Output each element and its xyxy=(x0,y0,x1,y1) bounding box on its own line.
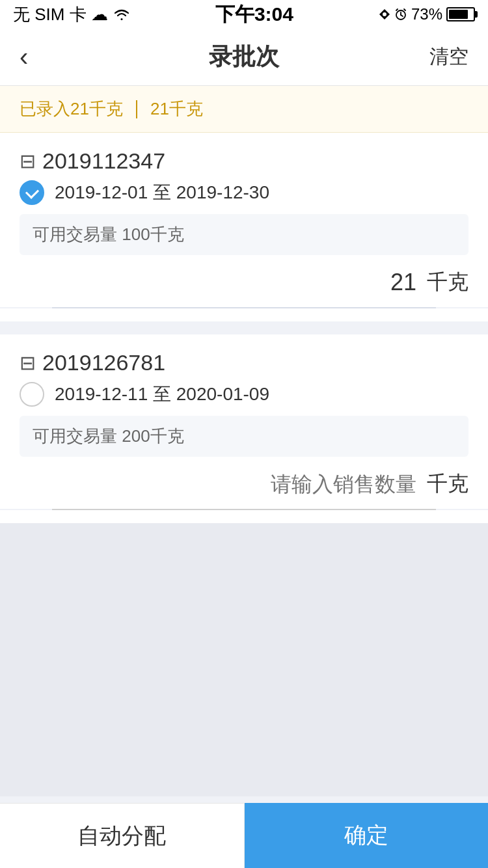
batch2-quantity-unit: 千克 xyxy=(427,470,468,498)
svg-line-5 xyxy=(404,9,405,10)
svg-line-3 xyxy=(401,15,403,16)
batch2-avail-box: 可用交易量 200千克 xyxy=(20,416,468,457)
battery-icon xyxy=(446,7,475,21)
auto-distribute-button[interactable]: 自动分配 xyxy=(0,803,245,868)
batch2-date: 2019-12-11 至 2020-01-09 xyxy=(55,382,269,407)
clear-button[interactable]: 清空 xyxy=(429,44,468,70)
batch1-quantity-input[interactable] xyxy=(338,269,416,296)
batch1-card: ⊟ 2019112347 2019-12-01 至 2019-12-30 可用交… xyxy=(0,133,488,255)
back-button[interactable]: ‹ xyxy=(20,42,59,72)
info-banner: 已录入21千克 21千克 xyxy=(0,86,488,133)
location-icon xyxy=(379,8,390,20)
batch1-icon: ⊟ xyxy=(20,150,36,172)
status-bar: 无 SIM 卡 ☁ 下午3:04 73% xyxy=(0,0,488,29)
batch1-date: 2019-12-01 至 2019-12-30 xyxy=(55,180,269,205)
recorded-label: 已录入21千克 xyxy=(20,98,123,120)
status-left: 无 SIM 卡 ☁ xyxy=(13,3,130,26)
no-sim-text: 无 SIM 卡 ☁ xyxy=(13,3,108,26)
batch1-avail-text: 可用交易量 100千克 xyxy=(33,224,184,244)
batch1-id: 2019112347 xyxy=(42,148,165,174)
svg-line-4 xyxy=(396,9,398,10)
status-right: 73% xyxy=(379,5,475,23)
svg-point-0 xyxy=(383,12,386,16)
banner-divider xyxy=(136,100,137,118)
batch2-quantity-row: 千克 xyxy=(0,457,488,498)
nav-bar: ‹ 录批次 清空 xyxy=(0,29,488,86)
alarm-icon xyxy=(394,8,407,21)
bottom-bar: 自动分配 确定 xyxy=(0,803,488,868)
status-time: 下午3:04 xyxy=(215,1,293,28)
recorded-value: 21千克 xyxy=(150,98,203,120)
batch1-card-space xyxy=(0,308,488,321)
batch1-header: ⊟ 2019112347 xyxy=(20,148,468,174)
batch1-radio[interactable] xyxy=(20,180,44,205)
batch2-avail-text: 可用交易量 200千克 xyxy=(33,426,184,446)
batch1-avail-box: 可用交易量 100千克 xyxy=(20,214,468,255)
batch2-quantity-input[interactable] xyxy=(234,472,416,496)
empty-gray-area xyxy=(0,523,488,796)
batch2-header: ⊟ 2019126781 xyxy=(20,350,468,375)
confirm-button[interactable]: 确定 xyxy=(245,803,489,868)
wifi-icon xyxy=(113,8,130,21)
batch2-icon: ⊟ xyxy=(20,351,36,374)
batch1-quantity-row: 千克 xyxy=(0,255,488,297)
batch2-bottom-pad xyxy=(0,498,488,509)
batch1-date-row[interactable]: 2019-12-01 至 2019-12-30 xyxy=(20,180,468,205)
batch1-quantity-unit: 千克 xyxy=(427,268,468,297)
batch2-date-row[interactable]: 2019-12-11 至 2020-01-09 xyxy=(20,382,468,407)
batch2-card-space xyxy=(0,510,488,523)
battery-percent: 73% xyxy=(411,5,442,23)
batch2-id: 2019126781 xyxy=(42,350,165,375)
batch2-radio[interactable] xyxy=(20,382,44,407)
page-title: 录批次 xyxy=(209,41,279,73)
section-gap xyxy=(0,321,488,334)
batch1-bottom-pad xyxy=(0,297,488,307)
batch2-card: ⊟ 2019126781 2019-12-11 至 2020-01-09 可用交… xyxy=(0,334,488,457)
